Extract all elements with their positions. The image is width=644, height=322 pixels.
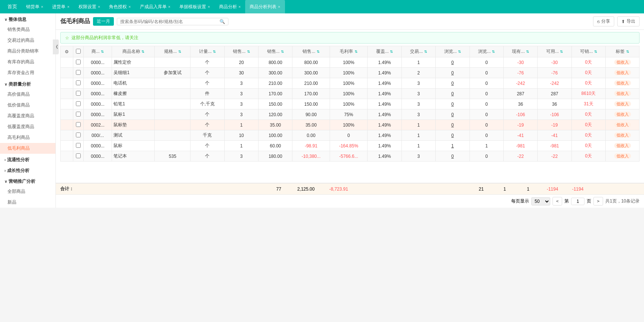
nav-sales-order[interactable]: 销货单 × (22, 0, 48, 13)
col-trade-count[interactable]: 交易... ⇅ (401, 46, 435, 57)
cell-settings (61, 130, 73, 141)
col-name[interactable]: 商品名称 ⇅ (112, 46, 155, 57)
sidebar-item-high-margin[interactable]: 高毛利商品 (0, 132, 55, 143)
col-coverage[interactable]: 覆盖... ⇅ (368, 46, 401, 57)
col-available-stock[interactable]: 可用... ⇅ (538, 46, 571, 57)
next-page-button[interactable]: ＞ (593, 197, 603, 205)
close-product-analysis-list-icon[interactable]: × (278, 4, 280, 9)
sidebar-item-low-coverage[interactable]: 低覆盖度商品 (0, 121, 55, 132)
cell-view1[interactable]: 0 (436, 120, 470, 130)
col-sales-amt[interactable]: 销售... ⇅ (259, 46, 292, 57)
col-saleable-days[interactable]: 可销... ⇅ (571, 46, 605, 57)
cell-checkbox[interactable] (73, 151, 83, 162)
nav-home[interactable]: 首页 (3, 0, 22, 13)
date-filter-button[interactable]: 近一月 (93, 17, 114, 26)
sidebar-item-inventory-capital[interactable]: 库存资金占用 (0, 67, 55, 78)
cell-checkbox[interactable] (73, 120, 83, 130)
cell-view1[interactable]: 0 (436, 57, 470, 68)
col-view1[interactable]: 浏览... ⇅ (436, 46, 470, 57)
close-sales-order-icon[interactable]: × (41, 4, 43, 9)
search-input[interactable] (120, 19, 220, 24)
sidebar-item-all-goods[interactable]: 全部商品 (0, 186, 55, 197)
sidebar-group-marketing-analysis[interactable]: ∨ 营销推广分析 (0, 175, 55, 186)
sidebar-item-category-rate[interactable]: 商品分类助销率 (0, 46, 55, 57)
close-template-icon[interactable]: × (208, 4, 210, 9)
close-purchase-order-icon[interactable]: × (67, 4, 69, 9)
row-checkbox[interactable] (76, 153, 81, 158)
sidebar-collapse-button[interactable]: 《 (53, 39, 59, 54)
sidebar-item-high-coverage[interactable]: 高覆盖度商品 (0, 111, 55, 121)
col-sales-profit[interactable]: 销售... ⇅ (292, 46, 330, 57)
nav-permission-settings[interactable]: 权限设置 × (74, 0, 105, 13)
col-checkbox[interactable] (73, 46, 83, 57)
sidebar-item-high-value[interactable]: 高价值商品 (0, 89, 55, 100)
nav-product-analysis-list[interactable]: 商品分析列表 × (245, 0, 285, 13)
cell-checkbox[interactable] (73, 109, 83, 120)
col-gross-margin[interactable]: 毛利率 ⇅ (330, 46, 368, 57)
cell-view1[interactable]: 0 (436, 89, 470, 99)
select-all-checkbox[interactable] (76, 49, 81, 54)
sidebar-item-inventory-goods[interactable]: 有库存的商品 (0, 57, 55, 67)
sidebar-item-traded-goods[interactable]: 交易过的商品 (0, 35, 55, 46)
nav-purchase-order[interactable]: 进货单 × (48, 0, 74, 13)
cell-checkbox[interactable] (73, 89, 83, 99)
table-wrapper[interactable]: ⚙ 商... ⇅ 商品名称 ⇅ 规格... ⇅ 计量... ⇅ 销售... ⇅ … (56, 46, 644, 183)
col-view2[interactable]: 浏览... ⇅ (470, 46, 503, 57)
prev-page-button[interactable]: ＜ (552, 197, 562, 205)
cell-view1[interactable]: 0 (436, 130, 470, 141)
cell-tag: 低收入 (606, 141, 640, 151)
nav-product-analysis[interactable]: 商品分析 × (215, 0, 245, 13)
sidebar-group-general-info[interactable]: ∨ 整体信息 (0, 13, 55, 24)
cell-view1[interactable]: 0 (436, 151, 470, 162)
row-checkbox[interactable] (76, 143, 81, 148)
close-permission-icon[interactable]: × (98, 4, 100, 9)
col-spec[interactable]: 规格... ⇅ (155, 46, 190, 57)
cell-checkbox[interactable] (73, 68, 83, 78)
cell-tag: 低收入 (606, 99, 640, 109)
nav-role-auth[interactable]: 角色授权 × (105, 0, 135, 13)
sidebar-item-new-goods[interactable]: 新品 (0, 197, 55, 208)
col-sales-qty[interactable]: 销售... ⇅ (224, 46, 258, 57)
cell-view1[interactable]: 0 (436, 78, 470, 89)
row-checkbox[interactable] (76, 91, 81, 96)
cell-checkbox[interactable] (73, 141, 83, 151)
col-current-stock[interactable]: 现有... ⇅ (503, 46, 537, 57)
close-product-analysis-icon[interactable]: × (238, 4, 241, 9)
close-finished-goods-icon[interactable]: × (168, 4, 170, 9)
row-checkbox[interactable] (76, 80, 81, 85)
col-code[interactable]: 商... ⇅ (83, 46, 112, 57)
nav-template-settings[interactable]: 单据模板设置 × (175, 0, 214, 13)
search-box[interactable]: 🔍 (117, 18, 228, 25)
cell-view1[interactable]: 0 (436, 109, 470, 120)
sidebar-item-low-value[interactable]: 低价值商品 (0, 100, 55, 111)
share-button[interactable]: ⎋ 分享 (593, 16, 614, 26)
row-checkbox[interactable] (76, 133, 81, 137)
sidebar-item-sales-goods[interactable]: 销售类商品 (0, 24, 55, 35)
row-checkbox[interactable] (76, 101, 81, 106)
nav-finished-goods[interactable]: 产成品入库单 × (135, 0, 175, 13)
col-unit[interactable]: 计量... ⇅ (190, 46, 224, 57)
close-role-auth-icon[interactable]: × (128, 4, 131, 9)
cell-checkbox[interactable] (73, 78, 83, 89)
row-checkbox[interactable] (76, 122, 81, 127)
search-icon[interactable]: 🔍 (220, 19, 225, 24)
col-settings[interactable]: ⚙ (61, 46, 73, 57)
cell-checkbox[interactable] (73, 57, 83, 68)
sidebar-group-cluster-analysis[interactable]: ∨ 类群量分析 (0, 78, 55, 89)
export-button[interactable]: ⬆ 导出 (617, 16, 640, 26)
cell-view1[interactable]: 0 (436, 68, 470, 78)
row-checkbox[interactable] (76, 112, 81, 117)
cell-checkbox[interactable] (73, 99, 83, 109)
row-checkbox[interactable] (76, 70, 81, 75)
cell-view1[interactable]: 0 (436, 99, 470, 109)
cell-view1[interactable]: 1 (436, 141, 470, 151)
row-checkbox[interactable] (76, 60, 81, 64)
sidebar-group-growth-analysis[interactable]: › 成长性分析 (0, 165, 55, 175)
table-footer: 合计： 77 2,125.00 -8,723.91 21 1 1 -1194 -… (56, 183, 644, 194)
col-tag[interactable]: 标签 ⇅ (606, 46, 640, 57)
page-size-select[interactable]: 50 100 (531, 197, 550, 205)
page-number-input[interactable] (571, 198, 584, 205)
sidebar-group-flow-analysis[interactable]: › 流通性分析 (0, 154, 55, 165)
sidebar-item-low-margin[interactable]: 低毛利商品 (0, 143, 55, 154)
cell-checkbox[interactable] (73, 130, 83, 141)
